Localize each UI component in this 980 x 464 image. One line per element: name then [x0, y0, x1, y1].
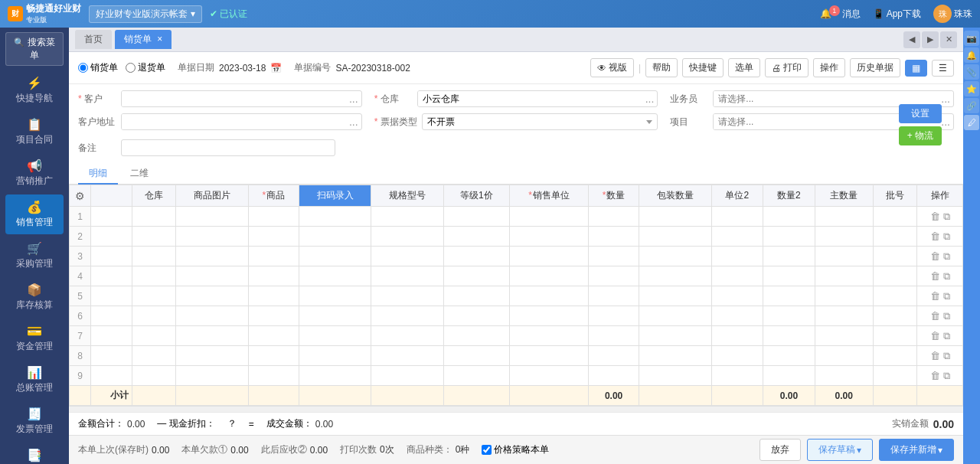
- th-warehouse[interactable]: 仓库: [132, 185, 176, 207]
- table-row: 4 🗑⧉: [70, 266, 963, 286]
- right-panel-link-icon[interactable]: 🔗: [964, 98, 979, 113]
- sidebar-item-invoice[interactable]: 🧾 发票管理: [5, 401, 64, 441]
- th-product[interactable]: *商品: [248, 185, 299, 207]
- th-unit2[interactable]: 单位2: [711, 185, 763, 207]
- row-copy-icon[interactable]: ⧉: [943, 290, 950, 302]
- company-selector[interactable]: 好业财专业版演示帐套 ▾: [89, 5, 202, 23]
- tab-home[interactable]: 首页: [75, 30, 112, 49]
- save-draft-btn[interactable]: 保存草稿 ▾: [807, 439, 873, 461]
- invoice-icon: 🧾: [8, 407, 60, 421]
- tab-detail[interactable]: 明细: [78, 164, 118, 185]
- th-quantity[interactable]: *数量: [589, 185, 639, 207]
- row-copy-icon[interactable]: ⧉: [943, 350, 950, 362]
- grid-view-btn[interactable]: ▦: [905, 60, 927, 77]
- th-batch[interactable]: 批号: [873, 185, 916, 207]
- discount-field: — 现金折扣：: [157, 417, 214, 430]
- ops-btn[interactable]: 操作: [813, 58, 845, 77]
- address-dots-btn[interactable]: ...: [346, 116, 361, 128]
- address-field: 客户地址 ...: [78, 113, 362, 130]
- row-delete-icon[interactable]: 🗑: [930, 370, 940, 382]
- settings-icon[interactable]: ⚙: [75, 190, 85, 202]
- row-delete-icon[interactable]: 🗑: [930, 290, 940, 302]
- right-panel-bell-icon[interactable]: 🔔: [964, 47, 979, 63]
- search-menu-btn[interactable]: 🔍 搜索菜单: [5, 32, 64, 66]
- right-panel-camera-icon[interactable]: 📷: [964, 31, 979, 46]
- history-btn[interactable]: 历史单据: [850, 58, 900, 77]
- sale-radio[interactable]: 销货单: [78, 61, 118, 74]
- return-radio[interactable]: 退货单: [126, 61, 165, 74]
- customer-dots-btn[interactable]: ...: [346, 93, 361, 105]
- sidebar-item-tax[interactable]: 📑 税务管理: [5, 443, 64, 464]
- warehouse-input[interactable]: [418, 91, 642, 106]
- app-download-btn[interactable]: 📱 App下载: [873, 8, 921, 21]
- invoice-type-select[interactable]: 不开票 增值税普通发票 增值税专用发票: [422, 113, 658, 130]
- th-main-qty[interactable]: 主数量: [815, 185, 873, 207]
- price-strategy-checkbox[interactable]: 价格策略本单: [482, 443, 549, 456]
- th-qty2[interactable]: 数量2: [763, 185, 815, 207]
- row-delete-icon[interactable]: 🗑: [930, 250, 940, 263]
- row-delete-icon[interactable]: 🗑: [930, 230, 940, 243]
- th-sales-unit[interactable]: *销售单位: [509, 185, 588, 207]
- th-product-img[interactable]: 商品图片: [176, 185, 248, 207]
- sidebar-item-accounting[interactable]: 📊 总账管理: [5, 360, 64, 400]
- row-delete-icon[interactable]: 🗑: [930, 310, 940, 322]
- right-panel-attach-icon[interactable]: 📎: [964, 64, 979, 80]
- salesman-dots-btn[interactable]: ...: [938, 93, 953, 105]
- sidebar-item-finance[interactable]: 💳 资金管理: [5, 319, 64, 358]
- finance-icon: 💳: [8, 324, 60, 338]
- tab-close-all-btn[interactable]: ✕: [940, 31, 957, 48]
- list-view-btn[interactable]: ☰: [932, 60, 954, 77]
- abandon-btn[interactable]: 放弃: [760, 439, 801, 461]
- sidebar-item-sales[interactable]: 💰 销售管理: [5, 194, 64, 234]
- setup-btn[interactable]: 设置: [899, 104, 942, 123]
- user-menu[interactable]: 珠 珠珠: [933, 5, 972, 23]
- right-panel-star-icon[interactable]: ⭐: [964, 81, 979, 96]
- row-copy-icon[interactable]: ⧉: [943, 370, 950, 382]
- sidebar-item-quick-nav[interactable]: ⚡ 快捷导航: [5, 70, 64, 110]
- accounting-icon: 📊: [8, 365, 60, 380]
- th-scan-input[interactable]: 扫码录入: [299, 185, 371, 207]
- sidebar-item-purchase[interactable]: 🛒 采购管理: [5, 236, 64, 276]
- save-new-btn[interactable]: 保存并新增 ▾: [879, 439, 954, 461]
- save-new-chevron-icon: ▾: [938, 445, 942, 456]
- tab-2d[interactable]: 二维: [119, 164, 159, 185]
- row-delete-icon[interactable]: 🗑: [930, 270, 940, 283]
- tab-prev-btn[interactable]: ◀: [903, 31, 920, 48]
- help-btn[interactable]: 帮助: [645, 58, 678, 77]
- row-copy-icon[interactable]: ⧉: [943, 230, 950, 243]
- material-btn[interactable]: + 物流: [899, 126, 942, 145]
- address-input[interactable]: [122, 114, 346, 129]
- select-btn[interactable]: 选单: [728, 58, 760, 77]
- question-icon[interactable]: ？: [227, 417, 237, 430]
- right-panel-edit-icon[interactable]: 🖊: [964, 115, 979, 130]
- row-copy-icon[interactable]: ⧉: [943, 330, 950, 342]
- save-draft-chevron-icon: ▾: [857, 445, 861, 456]
- customer-input[interactable]: [122, 91, 346, 106]
- th-settings[interactable]: ⚙: [70, 185, 91, 207]
- row-delete-icon[interactable]: 🗑: [930, 350, 940, 362]
- sidebar-item-project[interactable]: 📋 项目合同: [5, 112, 64, 152]
- row-delete-icon[interactable]: 🗑: [930, 330, 940, 342]
- sidebar-item-inventory[interactable]: 📦 库存核算: [5, 277, 64, 317]
- tab-close-btn[interactable]: ×: [157, 34, 162, 44]
- tab-sales-order[interactable]: 销货单 ×: [115, 30, 172, 49]
- form-fields: 客户 ... 仓库 ... 业务员 ...: [69, 84, 963, 136]
- row-copy-icon[interactable]: ⧉: [943, 211, 950, 223]
- remark-input[interactable]: [121, 139, 335, 156]
- calendar-icon[interactable]: 📅: [270, 63, 282, 74]
- row-copy-icon[interactable]: ⧉: [943, 270, 950, 283]
- row-copy-icon[interactable]: ⧉: [943, 310, 950, 322]
- row-copy-icon[interactable]: ⧉: [943, 250, 950, 263]
- tab-next-btn[interactable]: ▶: [922, 31, 939, 48]
- scroll-bar[interactable]: [69, 406, 963, 412]
- warehouse-dots-btn[interactable]: ...: [642, 93, 658, 105]
- notification-btn[interactable]: 🔔 1 消息: [820, 8, 861, 21]
- row-delete-icon[interactable]: 🗑: [930, 211, 940, 223]
- view-btn[interactable]: 👁视版: [590, 58, 634, 77]
- shortcut-btn[interactable]: 快捷键: [682, 58, 724, 77]
- th-pack-qty[interactable]: 包装数量: [639, 185, 711, 207]
- th-spec[interactable]: 规格型号: [371, 185, 443, 207]
- th-unit-price[interactable]: 等级1价: [443, 185, 509, 207]
- sidebar-item-marketing[interactable]: 📢 营销推广: [5, 153, 64, 193]
- print-btn[interactable]: 🖨打印: [765, 58, 808, 77]
